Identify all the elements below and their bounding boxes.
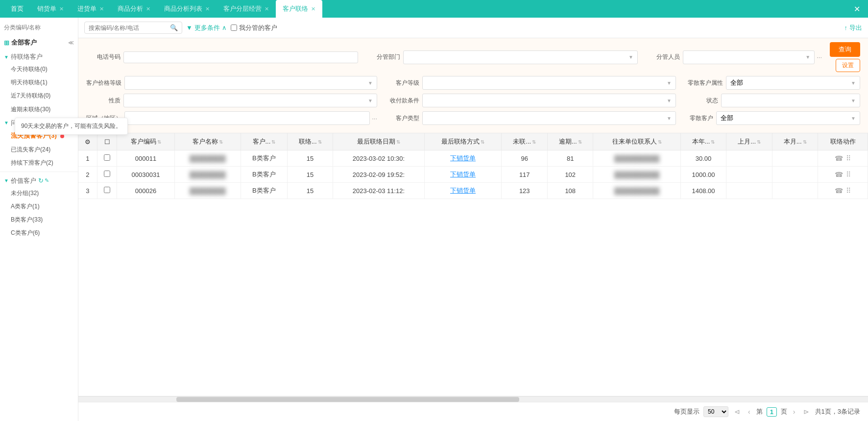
contact-icon[interactable]: ☎ (835, 154, 843, 162)
customer-type-select[interactable]: ▼ (422, 111, 676, 125)
col-settings[interactable]: ⚙ (78, 133, 97, 150)
tab-analysis[interactable]: 商品分析 ✕ (111, 0, 157, 18)
filter-search-input[interactable] (89, 25, 170, 31)
sidebar-section-pending[interactable]: ▼ 待联络客户 (0, 50, 78, 63)
data-table-container: ⚙ ☐ 客户编码⇅ 客户名称⇅ 客户...⇅ 联络...⇅ 最后联络日期⇅ 最后… (78, 133, 868, 396)
sidebar-section-value[interactable]: ▼ 价值客户 ↻ ✎ (0, 174, 78, 187)
row-code: 000026 (117, 183, 174, 199)
tab-sales[interactable]: 销货单 ✕ (30, 0, 71, 18)
region-select[interactable] (124, 111, 370, 125)
contact-icon[interactable]: ☎ (835, 187, 843, 195)
row-checkbox[interactable] (97, 167, 117, 183)
sidebar-item-overdue[interactable]: 逾期未联络(30) (0, 103, 78, 116)
sidebar-item-today[interactable]: 今天待联络(0) (0, 63, 78, 76)
dept-field: 分管部门 ▼ (366, 50, 638, 64)
edit-icon[interactable]: ✎ (45, 177, 49, 184)
more-conditions-button[interactable]: ▼ 更多条件 ∧ (186, 24, 227, 32)
window-close-button[interactable]: ✕ (850, 4, 864, 14)
dots-icon[interactable]: ··· (817, 53, 822, 61)
phone-input[interactable] (123, 51, 358, 63)
close-icon[interactable]: ✕ (311, 6, 315, 12)
payment-select[interactable]: ▼ (422, 94, 676, 107)
refresh-icon[interactable]: ↻ (38, 177, 44, 184)
settings-button[interactable]: 设置 (836, 59, 860, 72)
col-this-month[interactable]: 本月...⇅ (772, 133, 818, 150)
col-name[interactable]: 客户名称⇅ (174, 133, 241, 150)
my-customers-checkbox[interactable] (231, 25, 237, 31)
sidebar-item-tomorrow[interactable]: 明天待联络(1) (0, 76, 78, 89)
row-last-method[interactable]: 下销货单 (424, 167, 502, 183)
dots-icon[interactable]: ··· (372, 115, 377, 122)
retail-customer-select[interactable]: 全部 ▼ (716, 111, 860, 125)
sidebar-item-b-class[interactable]: B类客户(33) (0, 213, 78, 226)
sidebar-search-input[interactable] (4, 24, 77, 31)
nature-select[interactable]: ▼ (123, 94, 377, 107)
tab-customer-contact[interactable]: 客户联络 ✕ (276, 0, 322, 18)
first-page-button[interactable]: ⊲ (732, 408, 742, 416)
manager-select[interactable]: ▼ (683, 50, 815, 64)
tab-purchase[interactable]: 进货单 ✕ (71, 0, 111, 18)
next-page-button[interactable]: › (791, 408, 797, 416)
col-type[interactable]: 客户...⇅ (241, 133, 288, 150)
collapse-icon: ≪ (68, 40, 74, 46)
row-num: 3 (78, 183, 97, 199)
close-icon[interactable]: ✕ (59, 6, 64, 12)
filter-search-box[interactable]: 🔍 (84, 22, 182, 34)
status-select[interactable]: ▼ (721, 94, 860, 107)
per-page-select[interactable]: 50 100 200 (703, 406, 728, 417)
col-this-year[interactable]: 本年...⇅ (680, 133, 726, 150)
close-icon[interactable]: ✕ (205, 6, 210, 12)
sidebar-item-churned[interactable]: 已流失客户(24) (0, 143, 78, 156)
export-button[interactable]: ↑ 导出 (844, 24, 863, 32)
col-last-date[interactable]: 最后联络日期⇅ (333, 133, 424, 150)
price-grade-select[interactable]: ▼ (124, 76, 377, 90)
last-page-button[interactable]: ⊳ (801, 408, 811, 416)
close-icon[interactable]: ✕ (99, 6, 104, 12)
retail-customer-label: 零散客户 (684, 114, 713, 123)
row-last-method[interactable]: 下销货单 (424, 150, 502, 167)
retail-attr-select[interactable]: 全部 ▼ (726, 76, 860, 90)
col-last-month[interactable]: 上月...⇅ (726, 133, 772, 150)
col-contact[interactable]: 联络...⇅ (287, 133, 333, 150)
query-button[interactable]: 查询 (830, 42, 860, 57)
close-icon[interactable]: ✕ (265, 6, 269, 12)
col-overdue[interactable]: 逾期...⇅ (547, 133, 593, 150)
scrollbar-thumb[interactable] (176, 397, 519, 402)
customer-grade-select[interactable]: ▼ (422, 76, 676, 90)
search-button[interactable]: 🔍 (170, 24, 178, 31)
sidebar-root[interactable]: ⊞ 全部客户 ≪ (0, 35, 78, 50)
my-customers-filter[interactable]: 我分管的客户 (231, 24, 277, 32)
contact-icon[interactable]: ☎ (835, 171, 843, 178)
more-icon[interactable]: ⠿ (846, 171, 851, 178)
sidebar-item-declining[interactable]: 持续下滑客户(2) (0, 156, 78, 170)
close-icon[interactable]: ✕ (146, 6, 150, 12)
col-contacts[interactable]: 往来单位联系人⇅ (593, 133, 680, 150)
horizontal-scrollbar[interactable] (78, 396, 868, 402)
more-icon[interactable]: ⠿ (846, 154, 851, 162)
sidebar-item-c-class[interactable]: C类客户(6) (0, 226, 78, 240)
more-icon[interactable]: ⠿ (846, 187, 851, 195)
dept-select[interactable]: ▼ (403, 50, 638, 64)
row-contact-count: 15 (287, 150, 333, 167)
col-checkbox[interactable]: ☐ (97, 133, 117, 150)
sidebar-item-7days[interactable]: 近7天待联络(0) (0, 89, 78, 102)
row-checkbox[interactable] (97, 183, 117, 199)
tab-analysis-list[interactable]: 商品分析列表 ✕ (157, 0, 217, 18)
tab-home[interactable]: 首页 (4, 0, 30, 18)
tab-customer-tier[interactable]: 客户分层经营 ✕ (217, 0, 276, 18)
row-last-method[interactable]: 下销货单 (424, 183, 502, 199)
chevron-down-icon: ▼ (368, 98, 373, 103)
customer-type-field: 客户类型 ▼ (385, 111, 676, 125)
prev-page-button[interactable]: ‹ (746, 408, 752, 416)
filter-bar: 🔍 ▼ 更多条件 ∧ 我分管的客户 ↑ 导出 (78, 18, 868, 38)
col-last-method[interactable]: 最后联络方式⇅ (424, 133, 502, 150)
price-grade-field: 客户价格等级 ▼ (86, 76, 377, 90)
row-this-year: 1408.00 (680, 183, 726, 199)
col-code[interactable]: 客户编码⇅ (117, 133, 174, 150)
sort-icon: ⇅ (219, 139, 223, 145)
col-unlink[interactable]: 未联...⇅ (502, 133, 548, 150)
sidebar-item-a-class[interactable]: A类客户(1) (0, 200, 78, 213)
sidebar-item-ungrouped[interactable]: 未分组(32) (0, 187, 78, 200)
sidebar-search-box[interactable]: 🔍 (0, 22, 78, 33)
row-checkbox[interactable] (97, 150, 117, 167)
